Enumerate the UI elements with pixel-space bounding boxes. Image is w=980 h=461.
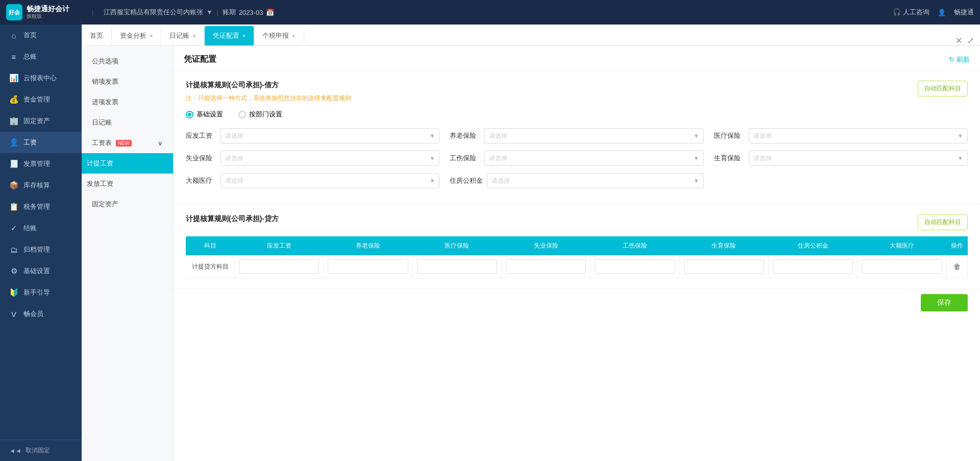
sidebar-item-assets[interactable]: 🏢 固定资产 [0,110,82,132]
user-avatar: 👤 [938,9,946,16]
left-menu-public[interactable]: 公共选项 [82,51,173,71]
delete-row-icon[interactable]: 🗑 [953,262,961,271]
page-header: 凭证配置 ↻ 刷新 [174,46,980,70]
chevron-down-icon: ▼ [958,155,963,161]
ai-consult-btn[interactable]: 🎧 人工咨询 [893,8,929,17]
cell-sybx2 [679,255,768,278]
left-menu-calc-salary[interactable]: 计提工资 [82,153,173,174]
field-sybx2-select[interactable]: 请选择 ▼ [749,151,968,166]
debit-section: 计提核算规则(公司承担)-借方 注：只能选择一种方式，系统将按照您当前的选择来配… [174,70,980,199]
tab-tax[interactable]: 个税申报 × [254,26,304,45]
cell-ylbx2 [412,255,501,278]
cell-zfgjj-input[interactable] [773,259,853,274]
inventory-icon: 📦 [9,181,18,190]
debit-auto-match-btn[interactable]: 自动匹配科目 [918,81,968,96]
sidebar-item-label: 固定资产 [23,116,50,126]
company-name[interactable]: 江西服宝精品有限责任公司内账张 ▼ [104,8,212,17]
sidebar-item-label: 基础设置 [23,266,50,276]
guide-icon: 🔰 [9,288,18,297]
left-menu-purchase-invoice[interactable]: 进项发票 [82,92,173,112]
save-button[interactable]: 保存 [921,294,968,311]
field-gsbx-select[interactable]: 请选择 ▼ [484,151,703,166]
period-selector[interactable]: 账期 2023-03 📅 [223,8,275,17]
field-dey-select[interactable]: 请选择 ▼ [220,173,439,188]
radio-department[interactable]: 按部门设置 [238,110,282,119]
logo: 好会 畅捷通好会计 旗舰版 [6,4,88,20]
tab-tax-close[interactable]: × [292,33,295,39]
field-yfgz: 应发工资 请选择 ▼ [186,128,439,143]
field-sybx-label: 失业保险 [186,154,216,163]
sidebar-item-reports[interactable]: 📊 云报表中心 [0,67,82,89]
cell-ylbx2-input[interactable] [417,259,497,274]
tab-funds-close[interactable]: × [150,33,153,39]
tab-home[interactable]: 首页 [82,26,112,45]
left-menu-salary-table[interactable]: 工资表 NEW ∨ [82,133,173,153]
radio-basic-circle [186,111,193,118]
field-sybx-select[interactable]: 请选择 ▼ [220,151,439,166]
invoice-icon: 🧾 [9,159,18,168]
close-all-icon[interactable]: ✕ [955,36,962,45]
sidebar-item-invoice[interactable]: 🧾 发票管理 [0,153,82,175]
sidebar-item-archive[interactable]: 🗂 归档管理 [0,239,82,260]
reports-icon: 📊 [9,74,18,83]
sidebar-item-vip[interactable]: V 畅会员 [0,303,82,325]
tab-journal-close[interactable]: × [192,33,195,39]
sidebar-item-settings[interactable]: ⚙ 基础设置 [0,260,82,282]
left-menu-sales-invoice[interactable]: 销项发票 [82,71,173,92]
sidebar-item-label: 工资 [23,138,37,147]
radio-department-circle [238,111,246,118]
radio-basic[interactable]: 基础设置 [186,110,223,119]
col-ylbx2: 医疗保险 [412,236,501,255]
cell-dey [857,255,946,278]
field-yfgz-select[interactable]: 请选择 ▼ [220,128,439,143]
logo-sub: 旗舰版 [27,13,69,20]
cell-yfgz-input[interactable] [239,259,319,274]
sidebar-item-home[interactable]: ⌂ 首页 [0,25,82,46]
sidebar: ⌂ 首页 ≡ 总账 📊 云报表中心 💰 资金管理 🏢 固定资产 👤 工资 🧾 发… [0,25,82,461]
sidebar-item-salary[interactable]: 👤 工资 [0,132,82,153]
sidebar-item-ledger[interactable]: ≡ 总账 [0,46,82,67]
cell-dey-input[interactable] [862,259,942,274]
field-zfgjj-label: 住房公积金 [450,176,483,185]
cell-sybx2-input[interactable] [684,259,764,274]
left-menu-pay-salary[interactable]: 发放工资 [82,174,173,194]
sidebar-item-guide[interactable]: 🔰 新手引导 [0,282,82,303]
sidebar-item-label: 库存核算 [23,181,50,190]
tab-voucher[interactable]: 凭证配置 × [205,26,254,45]
sidebar-item-label: 总账 [23,52,37,61]
field-ylbx2-label: 医疗保险 [714,131,745,140]
refresh-btn[interactable]: ↻ 刷新 [949,55,970,64]
tab-journal[interactable]: 日记账 × [161,26,204,45]
left-menu-fixed-assets[interactable]: 固定资产 [82,194,173,214]
cell-gsbx-input[interactable] [595,259,675,274]
field-yfgz-label: 应发工资 [186,131,216,140]
field-sybx2-label: 生育保险 [714,154,745,163]
field-ylbx: 养老保险 请选择 ▼ [450,128,703,143]
field-zfgjj-select[interactable]: 请选择 ▼ [487,173,703,188]
cancel-pin-btn[interactable]: ◄◄ 取消固定 [0,440,82,461]
sidebar-item-label: 发票管理 [23,159,50,168]
tab-funds[interactable]: 资金分析 × [112,26,161,45]
debit-form-grid: 应发工资 请选择 ▼ 养老保险 请选择 ▼ [186,128,968,188]
sidebar-item-inventory[interactable]: 📦 库存核算 [0,175,82,196]
field-ylbx-select[interactable]: 请选择 ▼ [484,128,703,143]
field-ylbx2-select[interactable]: 请选择 ▼ [749,128,968,143]
left-menu-journal[interactable]: 日记账 [82,112,173,133]
headset-icon: 🎧 [893,8,901,16]
calendar-icon: 📅 [266,9,274,16]
expand-icon[interactable]: ⤢ [967,36,974,45]
expand-arrow-icon: ∨ [158,139,163,147]
home-icon: ⌂ [9,31,18,40]
credit-auto-match-btn[interactable]: 自动匹配科目 [918,214,968,230]
company-dropdown-icon: ▼ [206,9,212,16]
sidebar-item-funds[interactable]: 💰 资金管理 [0,89,82,110]
sidebar-item-tax[interactable]: 📋 税务管理 [0,196,82,217]
sidebar-item-label: 归档管理 [23,245,50,254]
tab-voucher-close[interactable]: × [242,33,246,39]
left-menu: 公共选项 销项发票 进项发票 日记账 工资表 NEW ∨ [82,46,174,461]
cell-sybx-input[interactable] [506,259,586,274]
page-title: 凭证配置 [184,54,216,65]
cell-ylbx-input[interactable] [328,259,408,274]
sidebar-item-checkout[interactable]: ✓ 结账 [0,217,82,239]
tab-right-btns: ✕ ⤢ [949,36,980,45]
